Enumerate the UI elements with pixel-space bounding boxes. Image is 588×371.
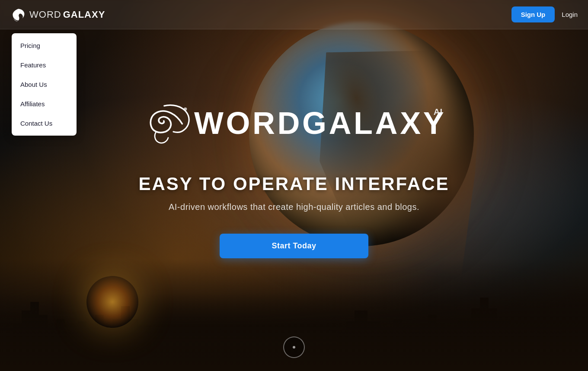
scroll-circle — [283, 336, 305, 358]
hero-title: EASY TO OPERATE INTERFACE — [138, 174, 449, 194]
wordgalaxy-logo-svg: WORDGALAXY AI — [142, 96, 446, 148]
navbar: WORDGALAXY Sign Up Login — [0, 0, 588, 29]
logo-text: WORDGALAXY — [29, 9, 105, 20]
nav-item-affiliates[interactable]: Affiliates — [12, 94, 77, 114]
nav-item-pricing[interactable]: Pricing — [12, 36, 77, 55]
nav-actions: Sign Up Login — [511, 6, 578, 22]
hero-logo: WORDGALAXY AI — [142, 96, 446, 148]
svg-text:AI: AI — [434, 107, 442, 117]
svg-text:WORDGALAXY: WORDGALAXY — [194, 105, 446, 140]
scroll-indicator — [283, 336, 305, 358]
nav-item-features[interactable]: Features — [12, 55, 77, 75]
hero-content: WORDGALAXY AI EASY TO OPERATE INTERFACE … — [0, 0, 588, 371]
logo-area: WORDGALAXY — [10, 7, 105, 22]
dropdown-menu: Pricing Features About Us Affiliates Con… — [12, 33, 77, 136]
logo-icon — [10, 7, 26, 22]
scroll-dot — [293, 346, 295, 349]
start-today-button[interactable]: Start Today — [220, 234, 368, 258]
signup-button[interactable]: Sign Up — [511, 6, 555, 22]
hero-subtitle: AI-driven workflows that create high-qua… — [169, 202, 419, 212]
svg-point-3 — [184, 107, 187, 110]
nav-item-about[interactable]: About Us — [12, 75, 77, 94]
login-button[interactable]: Login — [562, 11, 578, 18]
nav-item-contact[interactable]: Contact Us — [12, 114, 77, 133]
